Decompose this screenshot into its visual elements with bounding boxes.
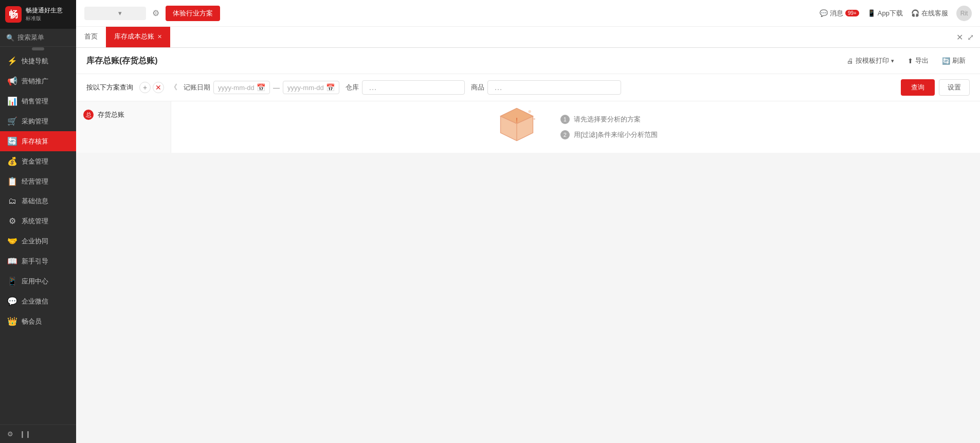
sidebar-item-label: 采购管理 [22,117,48,126]
date-end-input[interactable]: yyyy-mm-dd 📅 [283,81,339,94]
online-service-item[interactable]: 🎧 在线客服 [911,9,948,18]
tab-inventory-cost[interactable]: 库存成本总账 ✕ [106,27,170,47]
industry-btn[interactable]: 体验行业方案 [166,6,220,21]
date-field: 记账日期 yyyy-mm-dd 📅 — yyyy-mm-dd 📅 [184,81,339,94]
warehouse-label: 仓库 [346,83,359,92]
filter-bar: 按以下方案查询 + ✕ 《 记账日期 yyyy-mm-dd 📅 — yyyy-m… [76,74,980,101]
sidebar-footer: ⚙ ❙❙ [0,424,76,443]
sidebar-item-inventory[interactable]: 🔄 库存核算 [0,131,76,151]
app-center-icon: 📱 [7,276,17,286]
sidebar-item-enterprise[interactable]: 🤝 企业协同 [0,231,76,251]
filter-clear-btn[interactable]: ✕ [153,82,164,93]
breadcrumb[interactable]: ▾ [84,7,146,20]
filter-buttons: 查询 设置 [901,79,970,96]
sidebar-item-finance[interactable]: 💰 资金管理 [0,151,76,171]
message-label: 消息 [830,9,843,18]
sidebar-item-basic-info[interactable]: 🗂 基础信息 [0,191,76,211]
basic-info-icon: 🗂 [7,197,17,206]
query-button[interactable]: 查询 [901,79,935,96]
date-start-input[interactable]: yyyy-mm-dd 📅 [213,81,270,94]
export-label: 导出 [915,56,929,65]
marketing-icon: 📢 [7,76,17,86]
sidebar-item-label: 企业协同 [22,237,48,246]
settings-icon[interactable]: ⚙ [7,430,13,438]
tab-close-icon[interactable]: ✕ [157,33,162,40]
date-end-placeholder: yyyy-mm-dd [287,84,324,92]
wechat-icon: 💬 [7,296,17,306]
scheme-item-label: 存货总账 [98,110,124,119]
filter-add-btn[interactable]: + [139,82,151,93]
scheme-item-inventory[interactable]: 总 存货总账 [76,105,171,124]
page-content: 库存总账(存货总账) 🖨 按模板打印 ▾ ⬆ 导出 🔄 刷新 按以下方案查询 [76,48,980,443]
tip-2-text: 用[过滤]条件来缩小分析范围 [574,130,658,139]
topbar-settings-icon[interactable]: ⚙ [152,8,159,18]
online-service-label: 在线客服 [921,9,948,18]
sidebar-item-wechat[interactable]: 💬 企业微信 [0,291,76,311]
refresh-label: 刷新 [952,56,966,65]
export-btn[interactable]: ⬆ 导出 [903,54,933,67]
sidebar-item-app-center[interactable]: 📱 应用中心 [0,271,76,291]
sidebar-item-label: 经营管理 [22,177,48,186]
sidebar-item-label: 应用中心 [22,277,48,286]
date-label: 记账日期 [184,83,210,92]
sidebar-item-sales[interactable]: 📊 销售管理 [0,91,76,111]
calendar-icon-end[interactable]: 📅 [326,83,335,92]
sidebar-footer-icons: ⚙ ❙❙ [7,430,31,438]
product-input[interactable]: … [487,80,621,95]
print-btn[interactable]: 🖨 按模板打印 ▾ [843,54,898,67]
panel-expand-icon[interactable]: ⤢ [967,32,974,42]
main-area: ▾ ⚙ 体验行业方案 💬 消息 99+ 📱 App下载 🎧 在线客服 Rit [76,0,980,443]
sidebar-item-member[interactable]: 👑 畅会员 [0,311,76,331]
print-chevron-icon: ▾ [891,58,894,64]
finance-icon: 💰 [7,156,17,166]
warehouse-input[interactable]: … [362,80,465,95]
topbar: ▾ ⚙ 体验行业方案 💬 消息 99+ 📱 App下载 🎧 在线客服 Rit [76,0,980,27]
headset-icon: 🎧 [911,9,919,17]
tabbar: 首页 库存成本总账 ✕ ✕ ⤢ [76,27,980,48]
chevron-down-icon: ▾ [118,9,122,17]
sidebar-scroll-up [0,47,76,51]
empty-inner: ! 1 请先选择要分析的方案 2 用[过滤]条件来 [494,101,658,153]
sidebar-item-guide[interactable]: 📖 新手引导 [0,251,76,271]
page-title: 库存总账(存货总账) [86,56,158,66]
warehouse-more-btn[interactable]: … [369,83,377,92]
collapse-icon[interactable]: ❙❙ [20,430,31,438]
svg-point-6 [528,110,531,113]
filter-collapse-btn[interactable]: 《 [170,83,177,92]
settings-button[interactable]: 设置 [939,79,970,96]
sidebar-search[interactable]: 🔍 搜索菜单 [0,29,76,47]
sidebar-item-label: 企业微信 [22,297,48,306]
sidebar: 畅 畅捷通好生意 标准版 🔍 搜索菜单 ⚡ 快捷导航 📢 营销推广 📊 销售管理… [0,0,76,443]
purchase-icon: 🛒 [7,116,17,126]
app-download-label: App下载 [878,9,903,18]
svg-text:!: ! [516,117,518,124]
sidebar-item-purchase[interactable]: 🛒 采购管理 [0,111,76,131]
sales-icon: 📊 [7,96,17,106]
calendar-icon-start[interactable]: 📅 [257,83,265,92]
guide-icon: 📖 [7,256,17,266]
enterprise-icon: 🤝 [7,236,17,246]
product-field: 商品 … [471,80,621,95]
quick-nav-icon: ⚡ [7,56,17,66]
sidebar-item-quick-nav[interactable]: ⚡ 快捷导航 [0,51,76,71]
sidebar-item-operations[interactable]: 📋 经营管理 [0,171,76,191]
empty-state: ! 1 请先选择要分析的方案 2 用[过滤]条件来 [171,101,980,153]
empty-image: ! [494,101,545,153]
sidebar-item-system[interactable]: ⚙ 系统管理 [0,211,76,231]
tab-home[interactable]: 首页 [76,27,106,47]
app-download-item[interactable]: 📱 App下载 [867,9,903,18]
product-label: 商品 [471,83,484,92]
message-item[interactable]: 💬 消息 99+ [820,9,859,18]
sidebar-item-marketing[interactable]: 📢 营销推广 [0,71,76,91]
avatar[interactable]: Rit [956,6,972,21]
refresh-btn[interactable]: 🔄 刷新 [938,54,970,67]
date-start-placeholder: yyyy-mm-dd [218,84,255,92]
product-more-btn[interactable]: … [494,83,502,92]
sidebar-item-label: 畅会员 [22,317,42,326]
sidebar-item-label: 快捷导航 [22,57,48,66]
tip-1-text: 请先选择要分析的方案 [574,115,641,124]
avatar-initials: Rit [960,10,968,17]
panel-close-icon[interactable]: ✕ [956,32,963,42]
app-title: 畅捷通好生意 [26,7,63,15]
sidebar-item-label: 销售管理 [22,97,48,106]
